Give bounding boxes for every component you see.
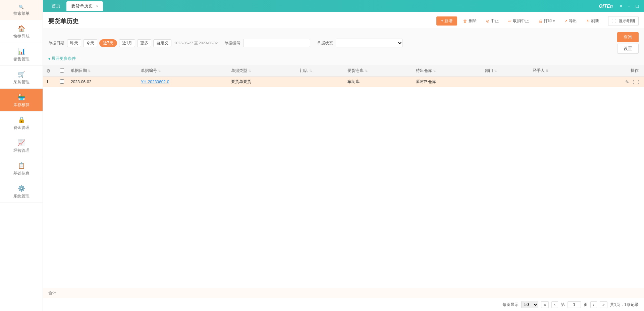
sidebar-item-inventory[interactable]: 🏪 库存核算 [0, 89, 43, 112]
table-container: ⚙ 单据日期 ⇅ 单据编号 ⇅ [43, 65, 644, 288]
sidebar: 🔍 搜索菜单 🏠 快捷导航 📊 销售管理 🛒 采购管理 🏪 库存核算 🔒 资金管… [0, 0, 43, 311]
display-detail-button[interactable]: 显示明细 [608, 16, 639, 26]
sidebar-item-sales[interactable]: 📊 销售管理 [0, 43, 43, 66]
docno-filter-label: 单据编号 [224, 40, 240, 46]
date-1month-btn[interactable]: 近1月 [119, 39, 136, 47]
window-controls: OfTEn × − □ [599, 3, 640, 9]
docno-link[interactable]: YH-20230602-0 [141, 80, 169, 84]
page-size-select[interactable]: 50 20 100 [521, 301, 538, 308]
chevron-down-icon: ▾ [48, 56, 50, 61]
sidebar-search-label: 搜索菜单 [13, 11, 30, 16]
th-checkbox [56, 65, 67, 77]
cell-pending-warehouse: 原材料仓库 [413, 77, 481, 87]
status-select[interactable] [336, 39, 403, 47]
filter-row: 单据日期 昨天 今天 近7天 近1月 更多 自定义 2023-05-27 至 2… [48, 32, 639, 54]
date-yesterday-btn[interactable]: 昨天 [67, 39, 81, 47]
sidebar-item-basic[interactable]: 📋 基础信息 [0, 157, 43, 180]
expand-more-btn[interactable]: ▾ 展开更多条件 [48, 56, 639, 61]
export-icon: ↗ [564, 19, 568, 24]
date-custom-btn[interactable]: 自定义 [153, 39, 171, 47]
page-prefix: 第 [561, 302, 565, 308]
sort-store-icon[interactable]: ⇅ [309, 69, 312, 73]
sidebar-item-search[interactable]: 🔍 搜索菜单 [0, 0, 43, 20]
window-minimize-button[interactable]: − [626, 3, 632, 9]
cell-docno: YH-20230602-0 [138, 77, 228, 87]
edit-icon[interactable]: ✎ [625, 79, 629, 85]
sidebar-item-quicknav[interactable]: 🏠 快捷导航 [0, 20, 43, 43]
cell-doctype: 要货单要货 [228, 77, 297, 87]
total-label: 合计: [48, 291, 57, 295]
sidebar-inventory-label: 库存核算 [13, 102, 30, 108]
content-area: 要货单历史 + 新增 🗑 删除 ⊘ 中止 ↩ 取消中止 🖨 打印 [43, 12, 644, 311]
date-filter-label: 单据日期 [48, 40, 64, 46]
select-all-checkbox[interactable] [60, 68, 64, 73]
brand-label: OfTEn [599, 3, 613, 9]
sidebar-item-finance[interactable]: 🔒 资金管理 [0, 112, 43, 134]
new-button[interactable]: + 新增 [436, 16, 457, 26]
date-shortcuts: 昨天 今天 近7天 近1月 更多 自定义 [67, 39, 171, 47]
tab-active[interactable]: 要货单历史 × [66, 1, 103, 11]
status-filter-label: 单据状态 [317, 40, 333, 46]
pagination: 每页显示 50 20 100 « ‹ 第 页 › » 共1页，1条记录 [43, 298, 644, 311]
query-button[interactable]: 查询 [617, 32, 639, 42]
print-dropdown-icon[interactable]: ▾ [553, 19, 555, 23]
first-page-button[interactable]: « [541, 301, 549, 308]
row-checkbox[interactable] [60, 79, 64, 84]
last-page-button[interactable]: » [600, 301, 607, 308]
status-filter: 单据状态 [317, 39, 403, 47]
unsuspend-button[interactable]: ↩ 取消中止 [505, 16, 532, 26]
tab-close-button[interactable]: × [96, 4, 98, 8]
th-pending-warehouse: 待出仓库 ⇅ [413, 65, 481, 77]
delete-button[interactable]: 🗑 删除 [460, 16, 480, 26]
tab-active-label: 要货单历史 [71, 3, 93, 9]
export-button[interactable]: ↗ 导出 [561, 16, 580, 26]
next-page-button[interactable]: › [590, 301, 597, 308]
more-icon[interactable]: ⋮⋮ [631, 79, 641, 85]
sort-docno-icon[interactable]: ⇅ [158, 69, 161, 73]
refresh-button[interactable]: ↻ 刷新 [583, 16, 602, 26]
expand-label: 展开更多条件 [52, 56, 76, 61]
sort-handler-icon[interactable]: ⇅ [546, 69, 548, 73]
print-button[interactable]: 🖨 打印 ▾ [535, 16, 558, 26]
refresh-icon: ↻ [586, 19, 590, 24]
sidebar-system-label: 系统管理 [13, 193, 30, 199]
tab-home-label: 首页 [52, 3, 60, 9]
display-detail-checkbox[interactable] [612, 19, 616, 23]
prev-page-button[interactable]: ‹ [551, 301, 558, 308]
sort-department-icon[interactable]: ⇅ [494, 69, 497, 73]
sidebar-item-system[interactable]: ⚙️ 系统管理 [0, 180, 43, 203]
sort-doctype-icon[interactable]: ⇅ [248, 69, 251, 73]
suspend-button[interactable]: ⊘ 中止 [483, 16, 502, 26]
sort-req-warehouse-icon[interactable]: ⇅ [365, 69, 368, 73]
date-7days-btn[interactable]: 近7天 [99, 39, 117, 47]
th-date: 单据日期 ⇅ [67, 65, 138, 77]
basic-icon: 📋 [18, 162, 25, 169]
sort-date-icon[interactable]: ⇅ [88, 69, 91, 73]
setting-button[interactable]: 设置 [617, 44, 639, 54]
sidebar-operation-label: 经营管理 [13, 148, 30, 153]
page-number-input[interactable] [568, 301, 581, 308]
main-area: 首页 要货单历史 × OfTEn × − □ 要货单历史 + 新增 🗑 删除 ⊘ [43, 0, 644, 311]
th-department: 部门 ⇅ [482, 65, 529, 77]
docno-input[interactable] [243, 39, 310, 47]
sidebar-item-purchase[interactable]: 🛒 采购管理 [0, 66, 43, 89]
table-body: 1 2023-06-02 YH-20230602-0 要货单要货 车间库 原材料… [43, 77, 644, 87]
window-maximize-button[interactable]: □ [635, 3, 640, 9]
cell-index: 1 [43, 77, 56, 87]
th-ops: 操作 [587, 65, 644, 77]
date-today-btn[interactable]: 今天 [83, 39, 97, 47]
date-range-display: 2023-05-27 至 2023-06-02 [174, 41, 218, 46]
date-more-btn[interactable]: 更多 [137, 39, 151, 47]
date-filter: 单据日期 昨天 今天 近7天 近1月 更多 自定义 2023-05-27 至 2… [48, 39, 218, 47]
window-close-button[interactable]: × [618, 3, 624, 9]
sales-icon: 📊 [18, 48, 25, 55]
display-detail-label: 显示明细 [619, 18, 635, 24]
export-label: 导出 [569, 18, 577, 24]
delete-label: 删除 [469, 18, 477, 24]
sidebar-purchase-label: 采购管理 [13, 79, 30, 85]
sort-pending-warehouse-icon[interactable]: ⇅ [433, 69, 436, 73]
tab-home[interactable]: 首页 [47, 1, 65, 11]
settings-icon[interactable]: ⚙ [46, 68, 51, 74]
sidebar-item-operation[interactable]: 📈 经营管理 [0, 134, 43, 157]
purchase-icon: 🛒 [18, 71, 25, 78]
